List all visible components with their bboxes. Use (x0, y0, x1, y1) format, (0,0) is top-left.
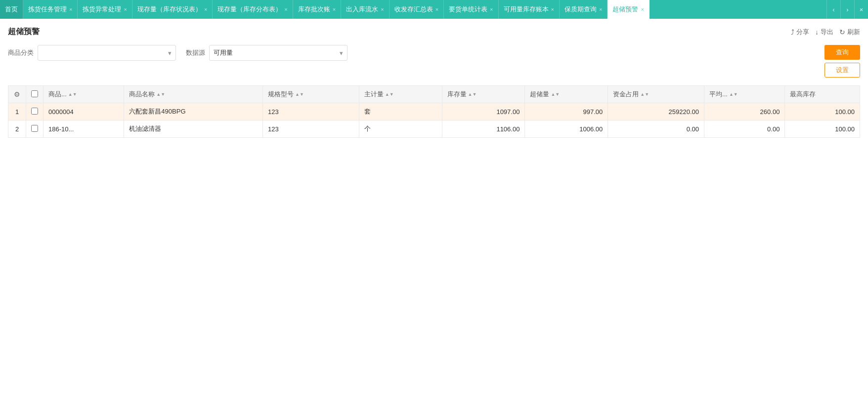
nav-overstock-warning[interactable]: 超储预警 × (608, 0, 649, 19)
nav-stock-dist[interactable]: 现存量（库存分布表） × (213, 0, 293, 19)
nav-task-mgmt[interactable]: 拣货任务管理 × (23, 0, 78, 19)
close-stock-dist[interactable]: × (284, 6, 287, 12)
sort-icon-product-name: ▲▼ (156, 92, 165, 97)
close-stock-status[interactable]: × (204, 6, 207, 12)
chevron-down-icon: ▾ (168, 49, 172, 57)
row-capital: 259220.00 (608, 103, 704, 120)
data-table: ⚙ 商品... ▲▼ 商品名称 ▲▼ (8, 85, 860, 138)
th-overstock[interactable]: 超储量 ▲▼ (525, 86, 608, 103)
row-capital: 0.00 (608, 120, 704, 138)
close-receive-send[interactable]: × (435, 6, 438, 12)
th-checkbox (26, 86, 43, 103)
share-button[interactable]: ⤴ 分享 (791, 28, 809, 37)
row-num-cell: 2 (8, 120, 26, 138)
settings-button[interactable]: 设置 (825, 63, 860, 78)
th-unit[interactable]: 主计量 ▲▼ (359, 86, 442, 103)
header-actions: ⤴ 分享 ↓ 导出 ↻ 刷新 (791, 28, 860, 37)
row-product-code: 0000004 (43, 103, 124, 120)
sort-icon-stock: ▲▼ (468, 92, 477, 97)
datasource-select[interactable]: 可用量 ▾ (209, 45, 347, 61)
nav-arrow-close[interactable]: × (854, 0, 868, 19)
top-navigation: 首页 拣货任务管理 × 拣货异常处理 × 现存量（库存状况表） × 现存量（库存… (0, 0, 868, 19)
close-batch-account[interactable]: × (333, 6, 336, 12)
row-avg: 260.00 (704, 103, 785, 120)
sort-icon-overstock: ▲▼ (551, 92, 560, 97)
nav-quality-period[interactable]: 保质期查询 × (560, 0, 608, 19)
close-overstock-warning[interactable]: × (641, 6, 644, 12)
th-avg[interactable]: 平均... ▲▼ (704, 86, 785, 103)
query-button[interactable]: 查询 (825, 45, 860, 60)
select-all-checkbox[interactable] (31, 90, 38, 97)
close-task-mgmt[interactable]: × (69, 6, 72, 12)
row-spec: 123 (262, 120, 359, 138)
row-stock: 1097.00 (442, 103, 525, 120)
nav-arrow-left[interactable]: ‹ (826, 0, 840, 19)
th-max-stock[interactable]: 最高库存 (785, 86, 860, 103)
row-max-stock: 100.00 (785, 103, 860, 120)
table-header: ⚙ 商品... ▲▼ 商品名称 ▲▼ (8, 86, 860, 103)
row-checkbox-cell (26, 103, 43, 120)
close-exception[interactable]: × (124, 6, 127, 12)
nav-stock-status[interactable]: 现存量（库存状况表） × (132, 0, 213, 19)
close-quality-period[interactable]: × (599, 6, 602, 12)
nav-arrow-group: ‹ › × (826, 0, 868, 19)
filter-row: 商品分类 ▾ 数据源 可用量 ▾ (8, 45, 347, 61)
table-row: 2 186-10... 机油滤清器 123 个 1106.00 1006.00 … (8, 120, 860, 138)
close-available-account[interactable]: × (551, 6, 554, 12)
row-unit: 套 (359, 103, 442, 120)
datasource-value: 可用量 (214, 48, 233, 57)
row-checkbox[interactable] (31, 125, 38, 132)
filter-buttons: 查询 设置 (825, 45, 860, 78)
nav-arrow-right[interactable]: › (840, 0, 854, 19)
close-inout-flow[interactable]: × (381, 6, 384, 12)
row-avg: 0.00 (704, 120, 785, 138)
table-row: 1 0000004 六配套新昌490BPG 123 套 1097.00 997.… (8, 103, 860, 120)
page-header: 超储预警 ⤴ 分享 ↓ 导出 ↻ 刷新 (8, 27, 860, 37)
table-wrapper: ⚙ 商品... ▲▼ 商品名称 ▲▼ (8, 85, 860, 138)
th-product-code[interactable]: 商品... ▲▼ (43, 86, 124, 103)
nav-receive-send[interactable]: 收发存汇总表 × (390, 0, 444, 19)
nav-batch-account[interactable]: 库存批次账 × (293, 0, 341, 19)
sort-icon-product-code: ▲▼ (68, 92, 77, 97)
datasource-filter: 数据源 可用量 ▾ (186, 45, 347, 61)
refresh-icon: ↻ (839, 28, 845, 36)
th-settings: ⚙ (8, 86, 26, 103)
nav-inout-flow[interactable]: 出入库流水 × (341, 0, 389, 19)
category-label: 商品分类 (8, 48, 34, 57)
nav-home[interactable]: 首页 (0, 0, 23, 19)
row-max-stock: 100.00 (785, 120, 860, 138)
share-icon: ⤴ (791, 28, 794, 36)
nav-exception[interactable]: 拣货异常处理 × (78, 0, 132, 19)
nav-available-account[interactable]: 可用量库存账本 × (499, 0, 560, 19)
row-stock: 1106.00 (442, 120, 525, 138)
export-button[interactable]: ↓ 导出 (815, 28, 833, 37)
row-unit: 个 (359, 120, 442, 138)
th-stock[interactable]: 库存量 ▲▼ (442, 86, 525, 103)
sort-icon-spec: ▲▼ (295, 92, 304, 97)
row-overstock: 997.00 (525, 103, 608, 120)
refresh-button[interactable]: ↻ 刷新 (839, 28, 860, 37)
close-order-stat[interactable]: × (490, 6, 493, 12)
datasource-label: 数据源 (186, 48, 205, 57)
category-select[interactable]: ▾ (38, 45, 176, 61)
table-body: 1 0000004 六配套新昌490BPG 123 套 1097.00 997.… (8, 103, 860, 138)
gear-icon[interactable]: ⚙ (14, 90, 20, 98)
row-product-code: 186-10... (43, 120, 124, 138)
row-checkbox[interactable] (31, 108, 38, 115)
row-spec: 123 (262, 103, 359, 120)
page-title: 超储预警 (8, 27, 40, 37)
row-checkbox-cell (26, 120, 43, 138)
sort-icon-avg: ▲▼ (729, 92, 738, 97)
th-product-name[interactable]: 商品名称 ▲▼ (124, 86, 263, 103)
th-capital[interactable]: 资金占用 ▲▼ (608, 86, 704, 103)
nav-order-stat[interactable]: 要货单统计表 × (444, 0, 498, 19)
row-product-name: 机油滤清器 (124, 120, 263, 138)
sort-icon-unit: ▲▼ (385, 92, 394, 97)
th-spec[interactable]: 规格型号 ▲▼ (262, 86, 359, 103)
row-overstock: 1006.00 (525, 120, 608, 138)
row-num-cell: 1 (8, 103, 26, 120)
chevron-down-icon-2: ▾ (340, 49, 343, 57)
sort-icon-capital: ▲▼ (640, 92, 649, 97)
export-icon: ↓ (815, 28, 819, 36)
row-product-name: 六配套新昌490BPG (124, 103, 263, 120)
